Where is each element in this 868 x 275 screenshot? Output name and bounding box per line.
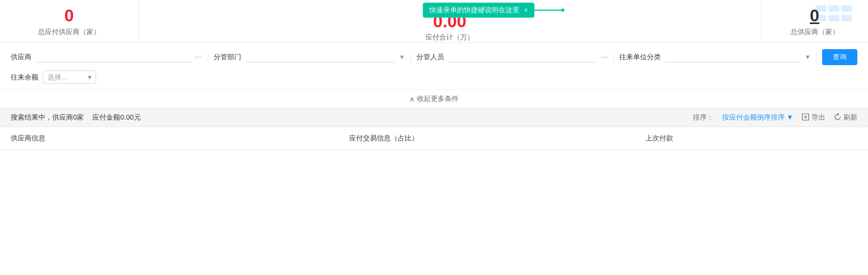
filter-section: 供应商 ··· 分管部门 ▼ 分管人员 ··· 往来单位分类 ▼ 查询 往来余额: [0, 43, 868, 108]
col1-label: 供应商信息: [11, 134, 45, 142]
refresh-label: 刷新: [843, 113, 857, 122]
table-col-last-payment: 上次付款: [645, 133, 857, 143]
total-suppliers-label: 总供应商（家）: [791, 27, 839, 37]
balance-label: 往来余额: [11, 73, 38, 82]
manager-filter: 分管人员 ···: [411, 52, 614, 62]
results-amount-prefix: 应付金额: [92, 113, 120, 121]
sort-value: 按应付会额倒序排序: [722, 113, 785, 121]
category-filter: 往来单位分类 ▼: [614, 52, 817, 62]
table-col-supplier-info: 供应商信息: [11, 133, 349, 143]
supplier-input[interactable]: [36, 52, 191, 62]
filter-row-2: 往来余额 选择... ▼: [11, 70, 857, 84]
stat-total-suppliers: 0 总供应商（家）: [761, 0, 868, 42]
bg-decoration: [816, 5, 852, 12]
department-chevron-icon[interactable]: ▼: [399, 53, 405, 61]
supplier-filter: 供应商 ···: [11, 52, 208, 62]
table-col-transaction-info: 应付交易信息（占比）: [349, 133, 645, 143]
supplier-label: 供应商: [11, 52, 31, 62]
manager-input[interactable]: [448, 52, 597, 62]
export-button[interactable]: 导出: [802, 113, 825, 122]
export-label: 导出: [811, 113, 825, 122]
table-body: [0, 150, 868, 257]
table-header: 供应商信息 应付交易信息（占比） 上次付款: [0, 127, 868, 150]
results-summary: 搜索结果中，供应商0家 应付金额0.00元: [11, 113, 141, 122]
filter-row-1: 供应商 ··· 分管部门 ▼ 分管人员 ··· 往来单位分类 ▼ 查询: [11, 49, 857, 65]
department-input[interactable]: [246, 52, 394, 62]
results-actions: 排序： 按应付会额倒序排序 ▼ 导出 刷新: [693, 113, 858, 122]
department-label: 分管部门: [214, 52, 241, 62]
bg-decoration-2: [816, 15, 852, 21]
tooltip-close-button[interactable]: ×: [524, 6, 528, 14]
col2-label: 应付交易信息（占比）: [349, 134, 419, 142]
results-supplier-count: 0家: [73, 113, 84, 121]
collapse-button[interactable]: ∧ 收起更多条件: [401, 93, 467, 105]
stats-bar: 快速录单的快捷键说明在这里 × 0 总应付供应商（家） 米 0.00 应付合计（…: [0, 0, 868, 43]
refresh-button[interactable]: 刷新: [834, 113, 857, 122]
sort-select[interactable]: 按应付会额倒序排序 ▼: [722, 113, 794, 122]
manager-label: 分管人员: [416, 52, 444, 62]
results-amount-text: 应付金额0.00元: [92, 113, 140, 122]
collapse-label: 收起更多条件: [417, 94, 459, 104]
stat-total-payable-suppliers: 0 总应付供应商（家）: [0, 0, 139, 42]
export-icon: [802, 113, 809, 122]
tooltip-dot: [560, 7, 565, 13]
payable-total-label: 应付合计（万）: [425, 33, 474, 42]
collapse-bar: ∧ 收起更多条件: [0, 89, 868, 108]
results-bar: 搜索结果中，供应商0家 应付金额0.00元 排序： 按应付会额倒序排序 ▼ 导出…: [0, 108, 868, 127]
collapse-chevron-icon: ∧: [409, 95, 415, 103]
category-label: 往来单位分类: [619, 52, 661, 62]
category-input[interactable]: [665, 52, 800, 62]
sort-chevron-icon: ▼: [786, 113, 793, 121]
tooltip-bubble[interactable]: 快速录单的快捷键说明在这里 ×: [423, 3, 534, 18]
col3-label: 上次付款: [645, 134, 673, 142]
query-button[interactable]: 查询: [822, 49, 857, 65]
supplier-dots-button[interactable]: ···: [195, 52, 202, 62]
refresh-icon: [834, 113, 841, 122]
category-chevron-icon[interactable]: ▼: [804, 53, 811, 61]
balance-select[interactable]: 选择...: [43, 70, 96, 84]
department-filter: 分管部门 ▼: [208, 52, 411, 62]
table-section: 供应商信息 应付交易信息（占比） 上次付款: [0, 127, 868, 257]
sort-label: 排序：: [693, 113, 714, 122]
total-payable-suppliers-count: 0: [65, 5, 74, 26]
total-payable-suppliers-label: 总应付供应商（家）: [38, 27, 100, 37]
balance-select-wrapper: 选择... ▼: [43, 70, 96, 84]
results-supplier-text: 搜索结果中，供应商0家: [11, 113, 84, 122]
results-prefix: 搜索结果中，供应商: [11, 113, 73, 121]
manager-dots-button[interactable]: ···: [601, 52, 608, 62]
tooltip-text: 快速录单的快捷键说明在这里: [429, 5, 519, 15]
results-amount-value: 0.00元: [120, 113, 140, 121]
